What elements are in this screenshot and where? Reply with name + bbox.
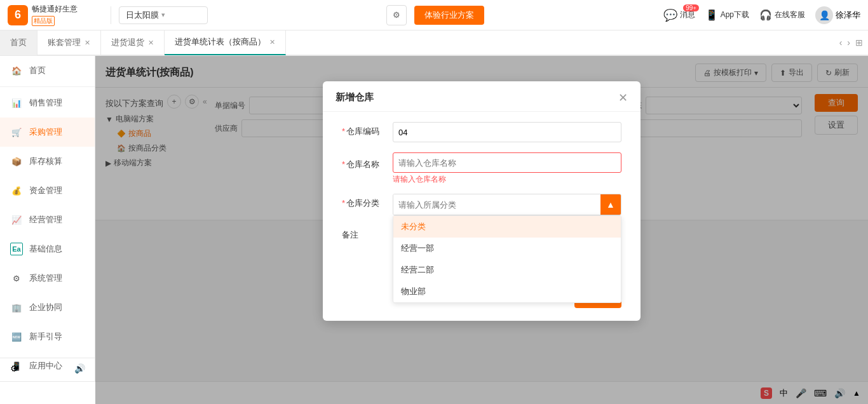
home-icon: 🏠: [10, 64, 23, 77]
tab-purchase-return-label: 进货退货: [111, 37, 144, 48]
form-row-code: 仓库编码: [342, 122, 621, 142]
sidebar-label-basic: 基础信息: [29, 243, 62, 255]
sidebar-label-finance: 资金管理: [29, 185, 62, 196]
sidebar-item-basic[interactable]: Ea 基础信息: [0, 234, 95, 264]
basic-icon: Ea: [10, 243, 23, 255]
header-center: ⚙ 体验行业方案: [208, 5, 663, 25]
category-option-property[interactable]: 物业部: [393, 281, 621, 302]
gear-button[interactable]: ⚙: [386, 5, 407, 25]
sidebar-item-enterprise[interactable]: 🏢 企业协同: [0, 293, 95, 322]
tab-left-icon[interactable]: ‹: [839, 37, 843, 48]
sidebar-item-system[interactable]: ⚙ 系统管理: [0, 264, 95, 293]
logo-area: 6 畅捷通好生意 精品版: [8, 4, 103, 26]
store-selector[interactable]: 日太阳膜 ▾: [119, 6, 208, 24]
sidebar-label-purchase: 采购管理: [29, 126, 62, 138]
avatar-area[interactable]: 👤 徐泽华: [815, 6, 860, 24]
tab-purchase-return-close[interactable]: ✕: [148, 39, 154, 47]
store-name: 日太阳膜: [126, 10, 159, 21]
name-label: 仓库名称: [342, 155, 393, 170]
app-label: App下载: [721, 10, 749, 20]
note-label: 备注: [342, 226, 393, 241]
sales-icon: 📊: [10, 97, 23, 109]
sidebar-label-enterprise: 企业协同: [29, 302, 62, 313]
online-service-item[interactable]: 🎧 在线客服: [759, 9, 805, 21]
sidebar-item-inventory[interactable]: 📦 库存核算: [0, 147, 95, 176]
inventory-icon: 📦: [10, 155, 23, 168]
message-badge: 99+: [683, 4, 698, 11]
logo-text: 畅捷通好生意 精品版: [32, 4, 78, 26]
sidebar-item-purchase[interactable]: 🛒 采购管理: [0, 118, 95, 147]
app-download-item[interactable]: 📱 App下载: [705, 9, 749, 21]
sidebar-divider-1: [0, 86, 95, 87]
sidebar-label-inventory: 库存核算: [29, 156, 62, 167]
settings-bottom-icon[interactable]: ⚙: [10, 363, 18, 374]
sidebar-item-operation[interactable]: 📈 经营管理: [0, 205, 95, 234]
code-input[interactable]: [393, 122, 621, 142]
user-avatar: 👤: [815, 6, 833, 24]
operation-icon: 📈: [10, 213, 23, 226]
tab-bar: 首页 账套管理 ✕ 进货退货 ✕ 进货单统计表（按商品） ✕ ‹ › ⊞: [0, 30, 868, 56]
tab-account-close[interactable]: ✕: [85, 39, 90, 47]
category-dropdown-button[interactable]: ▲: [600, 194, 621, 215]
main-layout: 🏠 首页 📊 销售管理 🛒 采购管理 📦 库存核算 💰 资金管理 📈 经营管理 …: [0, 56, 868, 404]
dialog-body: 仓库编码 仓库名称 请输入仓库名称 仓库分类: [323, 112, 641, 284]
purchase-icon: 🛒: [10, 126, 23, 138]
mobile-icon: 📱: [705, 9, 718, 21]
tab-purchase-stat-close[interactable]: ✕: [269, 38, 275, 46]
sidebar: 🏠 首页 📊 销售管理 🛒 采购管理 📦 库存核算 💰 资金管理 📈 经营管理 …: [0, 56, 95, 404]
category-label: 仓库分类: [342, 194, 393, 209]
sidebar-item-home[interactable]: 🏠 首页: [0, 56, 95, 85]
guide-icon: 🆕: [10, 330, 23, 343]
top-header: 6 畅捷通好生意 精品版 日太阳膜 ▾ ⚙ 体验行业方案 💬 99+ 消息 📱 …: [0, 0, 868, 30]
category-option-dept1[interactable]: 经营一部: [393, 238, 621, 259]
tab-expand-icon[interactable]: ⊞: [855, 37, 863, 48]
volume-icon[interactable]: 🔊: [74, 363, 85, 374]
header-right: 💬 99+ 消息 📱 App下载 🎧 在线客服 👤 徐泽华: [663, 6, 860, 24]
message-item[interactable]: 💬 99+ 消息: [663, 8, 695, 22]
category-option-dept2[interactable]: 经营二部: [393, 259, 621, 281]
tab-home[interactable]: 首页: [0, 30, 37, 55]
try-industry-button[interactable]: 体验行业方案: [414, 6, 484, 25]
tab-right-icon[interactable]: ›: [847, 37, 850, 48]
sidebar-item-guide[interactable]: 🆕 新手引导: [0, 322, 95, 351]
tab-purchase-stat[interactable]: 进货单统计表（按商品） ✕: [165, 30, 286, 55]
form-row-category: 仓库分类 ▲ 未分类 经营一部 经营二部 物业部: [342, 194, 621, 215]
message-label: 消息: [680, 10, 695, 20]
dialog-new-warehouse: 新增仓库 ✕ 仓库编码 仓库名称 请输入仓库名: [323, 81, 641, 321]
headset-icon: 🎧: [759, 9, 772, 21]
finance-icon: 💰: [10, 184, 23, 197]
tab-purchase-stat-label: 进货单统计表（按商品）: [175, 36, 266, 48]
dialog-title: 新增仓库: [336, 91, 374, 104]
username-label: 徐泽华: [836, 10, 860, 21]
tab-right-icons: ‹ › ⊞: [839, 37, 868, 48]
name-error-msg: 请输入仓库名称: [393, 174, 446, 185]
sidebar-item-finance[interactable]: 💰 资金管理: [0, 176, 95, 205]
tab-purchase-return[interactable]: 进货退货 ✕: [101, 30, 165, 55]
category-option-unclassified[interactable]: 未分类: [393, 216, 621, 238]
tab-account[interactable]: 账套管理 ✕: [37, 30, 101, 55]
message-icon: 💬: [663, 8, 677, 22]
system-icon: ⚙: [10, 272, 23, 285]
app-logo: 6: [8, 5, 28, 25]
divider: [111, 6, 111, 24]
content-area: 进货单统计(按商品) 🖨 按模板打印 ▾ ⬆ 导出 ↻ 刷新: [95, 56, 868, 404]
category-wrapper: ▲ 未分类 经营一部 经营二部 物业部: [393, 194, 621, 215]
sidebar-label-system: 系统管理: [29, 273, 62, 284]
modal-overlay: 新增仓库 ✕ 仓库编码 仓库名称 请输入仓库名: [95, 56, 868, 404]
dialog-close-button[interactable]: ✕: [618, 92, 628, 104]
tab-home-label: 首页: [10, 37, 27, 48]
dialog-header: 新增仓库 ✕: [323, 81, 641, 112]
sidebar-item-sales[interactable]: 📊 销售管理: [0, 88, 95, 118]
sidebar-label-operation: 经营管理: [29, 214, 62, 226]
name-input[interactable]: [393, 152, 621, 173]
category-input[interactable]: [393, 194, 600, 215]
tab-account-label: 账套管理: [48, 37, 81, 48]
form-row-name: 仓库名称 请输入仓库名称: [342, 152, 621, 184]
service-label: 在线客服: [775, 10, 805, 20]
sidebar-label-home: 首页: [29, 65, 46, 76]
sidebar-label-guide: 新手引导: [29, 331, 62, 342]
gear-icon: ⚙: [393, 10, 400, 20]
sidebar-label-sales: 销售管理: [29, 97, 62, 109]
store-arrow: ▾: [161, 11, 165, 19]
code-label: 仓库编码: [342, 122, 393, 137]
